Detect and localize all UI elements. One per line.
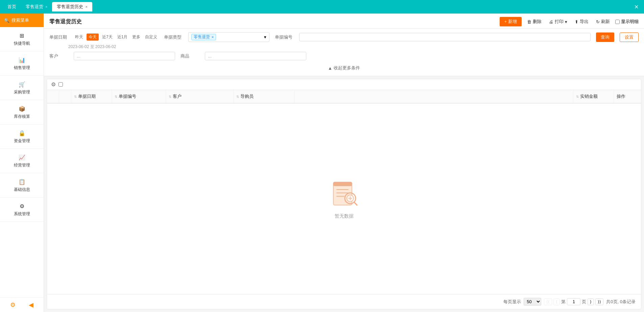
date-label: 单据日期 [49, 34, 68, 40]
doc-type-select[interactable]: 零售退货 × ▾ [188, 32, 269, 42]
delete-icon: 🗑 [527, 19, 531, 24]
th-settings [47, 90, 59, 103]
table-settings-icon[interactable]: ⚙ [51, 81, 56, 88]
filter-area: 单据日期 昨天 今天 近7天 近1月 更多 自定义 单据类型 零售退货 × [44, 29, 644, 76]
sidebar: 🔍 搜索菜单 ⊞ 快捷导航 📊 销售管理 🛒 采购管理 📦 库存核算 🔒 资金管… [0, 14, 44, 312]
first-page-button[interactable]: ⟨⟨ [544, 298, 552, 305]
current-page-input[interactable] [567, 298, 580, 305]
th-amount[interactable]: ⇅ 实销金额 [573, 90, 614, 103]
empty-illustration [327, 179, 361, 209]
sidebar-item-quick-nav[interactable]: ⊞ 快捷导航 [0, 27, 44, 51]
refresh-icon: ↻ [596, 19, 600, 24]
page-label-pre: 第 [561, 299, 566, 305]
new-button[interactable]: + 新增 [500, 17, 522, 26]
close-tab-retail-return-history[interactable]: × [85, 5, 87, 9]
print-icon: 🖨 [549, 19, 553, 24]
sales-icon: 📊 [18, 56, 26, 64]
doc-type-tag: 零售退货 × [191, 34, 216, 40]
customer-select[interactable]: ... [74, 52, 175, 60]
select-all-checkbox[interactable] [58, 82, 63, 87]
page-title: 零售退货历史 [49, 18, 82, 25]
inventory-icon: 📦 [18, 105, 26, 112]
date-opt-today[interactable]: 今天 [87, 34, 99, 41]
date-opt-more[interactable]: 更多 [131, 34, 142, 41]
content-area: 零售退货历史 + 新增 🗑 删除 🖨 打印 ▾ ⬆ 导出 ↻ [44, 14, 644, 312]
sidebar-bottom: ⚙ ◀ [0, 297, 44, 312]
svg-line-7 [354, 202, 357, 205]
delete-button[interactable]: 🗑 删除 [525, 17, 544, 26]
th-guide[interactable]: ⇅ 导购员 [234, 90, 294, 103]
collapse-sidebar-icon[interactable]: ◀ [29, 301, 33, 309]
date-opt-1month[interactable]: 近1月 [116, 34, 129, 41]
export-button[interactable]: ⬆ 导出 [573, 17, 591, 26]
sort-customer-icon: ⇅ [169, 95, 171, 98]
sys-mgmt-icon: ⚙ [18, 202, 26, 210]
th-checkbox [59, 90, 71, 103]
show-detail-checkbox[interactable] [615, 20, 620, 24]
export-icon: ⬆ [575, 19, 578, 24]
date-opt-custom[interactable]: 自定义 [144, 34, 159, 41]
header-actions: + 新增 🗑 删除 🖨 打印 ▾ ⬆ 导出 ↻ 刷新 [500, 17, 639, 26]
table-header: ⇅ 单据日期 ⇅ 单据编号 ⇅ 客户 ⇅ 导购员 ⇅ 实销 [47, 90, 641, 104]
setting-button[interactable]: 设置 [620, 32, 639, 42]
finance-icon: 🔒 [18, 129, 26, 137]
sidebar-item-basic-info[interactable]: 📋 基础信息 [0, 173, 44, 198]
tab-home[interactable]: 首页 [3, 4, 21, 10]
tab-retail-return[interactable]: 零售退货 × [21, 2, 52, 12]
date-opt-7days[interactable]: 近7天 [101, 34, 114, 41]
main-layout: 🔍 搜索菜单 ⊞ 快捷导航 📊 销售管理 🛒 采购管理 📦 库存核算 🔒 资金管… [0, 14, 644, 312]
refresh-button[interactable]: ↻ 刷新 [594, 17, 612, 26]
th-action: 操作 [614, 90, 641, 103]
basic-info-icon: 📋 [18, 178, 26, 185]
quick-nav-icon: ⊞ [18, 32, 26, 39]
sidebar-item-sys-mgmt[interactable]: ⚙ 系统管理 [0, 198, 44, 222]
empty-state: 暂无数据 [47, 104, 641, 294]
th-spacer [294, 90, 573, 103]
table-toolbar: ⚙ [47, 79, 641, 90]
settings-bottom-icon[interactable]: ⚙ [10, 301, 16, 309]
customer-label: 客户 [49, 53, 68, 59]
show-detail-checkbox-label[interactable]: 显示明细 [615, 19, 639, 25]
collapse-icon: ▲ [328, 66, 332, 71]
window-close-button[interactable]: ✕ [631, 4, 641, 10]
query-button[interactable]: 查询 [596, 32, 614, 42]
th-doc-date[interactable]: ⇅ 单据日期 [71, 90, 112, 103]
date-opt-yesterday[interactable]: 昨天 [74, 34, 85, 41]
pagination: 每页显示 50 10 20 100 ⟨⟨ ⟨ 第 页 ⟩ ⟩⟩ 共0页, 0条记… [47, 294, 641, 309]
last-page-button[interactable]: ⟩⟩ [595, 298, 603, 305]
prev-page-button[interactable]: ⟨ [553, 298, 560, 305]
page-label: 页 [582, 299, 586, 305]
total-text: 共0页, 0条记录 [606, 299, 636, 305]
sidebar-search[interactable]: 🔍 搜索菜单 [0, 14, 44, 27]
empty-text: 暂无数据 [335, 213, 354, 219]
date-options: 昨天 今天 近7天 近1月 更多 自定义 [74, 34, 159, 41]
sidebar-item-sales-mgmt[interactable]: 📊 销售管理 [0, 51, 44, 76]
operations-icon: 📈 [18, 154, 26, 161]
print-chevron-icon: ▾ [565, 19, 567, 24]
th-customer[interactable]: ⇅ 客户 [166, 90, 234, 103]
doc-no-input[interactable] [299, 33, 591, 41]
page-size-select[interactable]: 50 10 20 100 [524, 298, 541, 306]
print-button[interactable]: 🖨 打印 ▾ [547, 17, 569, 26]
goods-select[interactable]: ... [205, 52, 306, 60]
purchase-icon: 🛒 [18, 81, 26, 88]
doc-no-label: 单据编号 [275, 34, 294, 40]
th-doc-no[interactable]: ⇅ 单据编号 [112, 90, 166, 103]
filter-row-2: 客户 ... 商品 ... [49, 52, 639, 60]
page-size-label: 每页显示 [503, 299, 521, 305]
doc-type-chevron-icon: ▾ [264, 35, 266, 40]
next-page-button[interactable]: ⟩ [588, 298, 594, 305]
collapse-filter-button[interactable]: ▲ 收起更多条件 [328, 64, 360, 72]
top-bar: 首页 零售退货 × 零售退货历史 × ✕ [0, 0, 644, 14]
sidebar-item-finance[interactable]: 🔒 资金管理 [0, 125, 44, 149]
close-tab-retail-return[interactable]: × [45, 5, 47, 9]
search-icon: 🔍 [4, 18, 9, 23]
sort-guide-icon: ⇅ [236, 95, 239, 98]
sort-amount-icon: ⇅ [576, 95, 579, 98]
sort-doc-date-icon: ⇅ [74, 95, 77, 98]
doc-type-tag-close[interactable]: × [211, 35, 214, 40]
tab-retail-return-history[interactable]: 零售退货历史 × [52, 2, 92, 12]
sidebar-item-purchase-mgmt[interactable]: 🛒 采购管理 [0, 76, 44, 100]
sidebar-item-operations[interactable]: 📈 经营管理 [0, 149, 44, 173]
sidebar-item-inventory[interactable]: 📦 库存核算 [0, 100, 44, 125]
